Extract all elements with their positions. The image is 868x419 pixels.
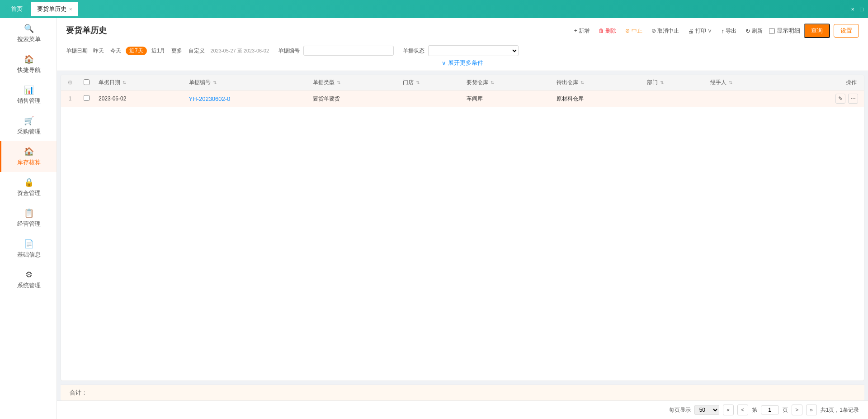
doc-number-input[interactable]: [303, 46, 394, 56]
tab-close-icon[interactable]: ×: [69, 6, 72, 12]
date-last-month-btn[interactable]: 近1月: [150, 47, 167, 55]
data-table-container: ⚙ 单据日期 ⇅ 单据编号 ⇅ 单据类型 ⇅ 门店 ⇅ 要货仓库 ⇅ 待出仓库 …: [61, 75, 864, 381]
date-yesterday-btn[interactable]: 昨天: [91, 47, 106, 55]
row-number: YH-20230602-0: [184, 90, 308, 107]
expand-more-icon: ∨: [442, 60, 446, 67]
content-area: 要货单历史 + 新增 🗑 删除 ⊘ 中止 ⊘ 取消中止 🖨 🖨 打印 打印 ∨ …: [57, 18, 868, 419]
sidebar-item-sales[interactable]: 📊 销售管理: [0, 80, 57, 110]
display-checkbox[interactable]: [769, 28, 775, 34]
col-pending-warehouse[interactable]: 待出仓库 ⇅: [552, 75, 642, 90]
doc-number-filter-group: 单据编号: [278, 46, 394, 56]
settings-button[interactable]: 设置: [834, 24, 859, 38]
col-req-warehouse[interactable]: 要货仓库 ⇅: [462, 75, 552, 90]
tab-home[interactable]: 首页: [5, 2, 29, 16]
doc-number-label: 单据编号: [278, 47, 300, 55]
refresh-button[interactable]: ↻ 刷新: [743, 25, 765, 37]
new-button[interactable]: + 新增: [571, 25, 592, 37]
sidebar-item-operations-label: 经营管理: [17, 220, 41, 228]
date-range-display: 2023-05-27 至 2023-06-02: [210, 48, 269, 54]
col-store[interactable]: 门店 ⇅: [398, 75, 462, 90]
tab-requisition-history[interactable]: 要货单历史 ×: [31, 2, 78, 16]
row-actions: ✎ ⋯: [783, 90, 864, 107]
sidebar-item-basic-info-label: 基础信息: [17, 251, 41, 259]
delete-button[interactable]: 🗑 删除: [596, 25, 619, 37]
date-filter-options: 昨天 今天 近7天 近1月 更多 自定义: [91, 47, 207, 55]
display-label: 显示明细: [777, 27, 800, 35]
row-edit-btn[interactable]: ✎: [835, 94, 845, 104]
purchase-icon: 🛒: [24, 116, 34, 126]
first-page-btn[interactable]: «: [723, 405, 734, 415]
row-number-link[interactable]: YH-20230602-0: [189, 95, 231, 102]
stop-button[interactable]: ⊘ 中止: [623, 25, 645, 37]
next-page-btn[interactable]: >: [792, 405, 802, 415]
sidebar-item-system[interactable]: ⚙ 系统管理: [0, 264, 57, 295]
page-header: 要货单历史 + 新增 🗑 删除 ⊘ 中止 ⊘ 取消中止 🖨 🖨 打印 打印 ∨ …: [57, 18, 868, 71]
total-info: 共1页，1条记录: [821, 406, 859, 414]
expand-more-label: 展开更多条件: [448, 59, 483, 67]
inventory-icon: 🏠: [24, 147, 34, 157]
row-more-btn[interactable]: ⋯: [848, 94, 858, 104]
pagination-bar: 每页显示 50 10 20 100 « < 第 页 > » 共1页，1条记录: [57, 400, 868, 419]
window-close-btn[interactable]: ×: [851, 6, 855, 13]
sidebar-item-inventory[interactable]: 🏠 库存核算: [0, 141, 57, 172]
sidebar-item-finance[interactable]: 🔒 资金管理: [0, 172, 57, 203]
sidebar-item-purchase-label: 采购管理: [17, 128, 41, 136]
page-goto-label: 第: [752, 406, 757, 414]
search-menu-icon: 🔍: [24, 24, 34, 33]
col-number[interactable]: 单据编号 ⇅: [184, 75, 308, 90]
row-date: 2023-06-02: [94, 90, 184, 107]
doc-status-select[interactable]: [428, 45, 519, 56]
expand-more-btn[interactable]: ∨ 展开更多条件: [66, 59, 859, 67]
sidebar-item-search-menu[interactable]: 🔍 搜索菜单: [0, 18, 57, 49]
col-actions: 操作: [783, 75, 864, 90]
type-sort-icon: ⇅: [337, 80, 340, 85]
page-size-select[interactable]: 50 10 20 100: [694, 405, 719, 415]
date-last7-btn[interactable]: 近7天: [126, 47, 147, 55]
export-button[interactable]: ↑ 导出: [719, 25, 740, 37]
tab-home-label: 首页: [11, 5, 23, 13]
query-button[interactable]: 查询: [804, 24, 830, 38]
select-all-checkbox[interactable]: [84, 79, 90, 85]
row-select-checkbox[interactable]: [84, 95, 90, 101]
store-sort-icon: ⇅: [416, 80, 420, 85]
cancel-stop-button[interactable]: ⊘ 取消中止: [649, 25, 682, 37]
doc-status-filter-group: 单据状态: [403, 45, 519, 56]
date-filter-group: 单据日期 昨天 今天 近7天 近1月 更多 自定义 2023-05-27 至 2…: [66, 47, 269, 55]
sidebar-item-quick-nav-label: 快捷导航: [17, 66, 41, 74]
date-today-btn[interactable]: 今天: [108, 47, 123, 55]
sidebar-item-finance-label: 资金管理: [17, 189, 41, 197]
col-handler[interactable]: 经手人 ⇅: [706, 75, 783, 90]
top-bar-actions: × □: [851, 6, 863, 13]
col-dept[interactable]: 部门 ⇅: [642, 75, 706, 90]
sidebar-item-quick-nav[interactable]: 🏠 快捷导航: [0, 49, 57, 80]
last-page-btn[interactable]: »: [806, 405, 817, 415]
sidebar: 🔍 搜索菜单 🏠 快捷导航 📊 销售管理 🛒 采购管理 🏠 库存核算 🔒 资金管…: [0, 18, 57, 419]
date-more-btn[interactable]: 更多: [170, 47, 184, 55]
finance-icon: 🔒: [24, 177, 34, 187]
table-row: 1 2023-06-02 YH-20230602-0 要货单要货 车间库 原材料…: [61, 90, 864, 107]
dept-sort-icon: ⇅: [660, 80, 664, 85]
top-bar: 首页 要货单历史 × × □: [0, 0, 868, 18]
date-sort-icon: ⇅: [123, 80, 126, 85]
print-button[interactable]: 🖨 🖨 打印 打印 ∨: [685, 25, 715, 37]
sidebar-item-purchase[interactable]: 🛒 采购管理: [0, 110, 57, 141]
number-sort-icon: ⇅: [213, 80, 217, 85]
data-table: ⚙ 单据日期 ⇅ 单据编号 ⇅ 单据类型 ⇅ 门店 ⇅ 要货仓库 ⇅ 待出仓库 …: [61, 75, 864, 107]
sidebar-item-operations[interactable]: 📋 经营管理: [0, 203, 57, 233]
sidebar-item-inventory-label: 库存核算: [17, 158, 41, 167]
display-toggle[interactable]: 显示明细: [769, 27, 800, 35]
prev-page-btn[interactable]: <: [737, 405, 748, 415]
sidebar-item-search-menu-label: 搜索菜单: [17, 35, 41, 43]
col-settings[interactable]: ⚙: [61, 75, 79, 90]
table-settings-icon[interactable]: ⚙: [67, 79, 73, 86]
col-date[interactable]: 单据日期 ⇅: [94, 75, 184, 90]
export-icon: ↑: [722, 28, 725, 34]
row-pending-warehouse: 原材料仓库: [552, 90, 642, 107]
quick-nav-icon: 🏠: [24, 54, 34, 64]
date-custom-btn[interactable]: 自定义: [187, 47, 207, 55]
sidebar-item-basic-info[interactable]: 📄 基础信息: [0, 233, 57, 264]
tab-requisition-label: 要货单历史: [37, 5, 66, 13]
col-type[interactable]: 单据类型 ⇅: [308, 75, 398, 90]
window-maximize-btn[interactable]: □: [860, 6, 863, 13]
page-number-input[interactable]: [761, 405, 779, 414]
